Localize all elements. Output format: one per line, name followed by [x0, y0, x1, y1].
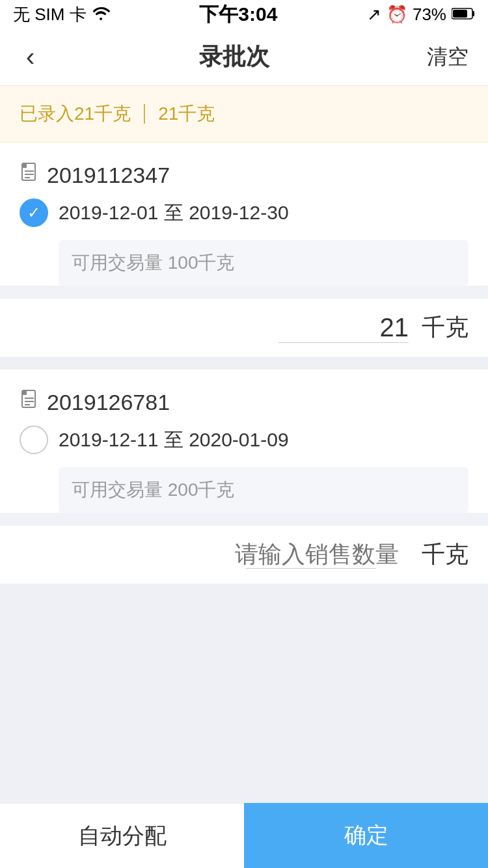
batch-id-2: 2019126781 — [47, 390, 170, 415]
auto-distribute-button[interactable]: 自动分配 — [0, 803, 244, 868]
status-bar: 无 SIM 卡 下午3:04 ↗ ⏰ 73% — [0, 0, 488, 29]
available-qty-text-1: 可用交易量 100千克 — [72, 252, 235, 273]
clock-icon: ⏰ — [386, 5, 407, 25]
batch-id-1: 2019112347 — [47, 163, 170, 188]
no-sim-text: 无 SIM 卡 — [13, 3, 87, 26]
recorded-text: 已录入21千克 — [20, 102, 131, 126]
summary-bar: 已录入21千克 21千克 — [0, 86, 488, 142]
summary-divider — [144, 104, 145, 124]
clear-button[interactable]: 清空 — [427, 43, 468, 72]
batch-date-2: 2019-12-11 至 2020-01-09 — [59, 427, 289, 454]
radio-2[interactable] — [20, 426, 48, 454]
batch-header-2: 2019126781 — [20, 389, 468, 415]
batch-card-1: 2019112347 ✓ 2019-12-01 至 2019-12-30 可用交… — [0, 142, 488, 286]
svg-rect-2 — [453, 10, 467, 18]
bottom-bar: 自动分配 确定 — [0, 803, 488, 868]
qty-input-row-1: 21 千克 — [20, 299, 468, 357]
status-time: 下午3:04 — [199, 1, 277, 28]
wifi-icon — [92, 5, 110, 25]
radio-1[interactable]: ✓ — [20, 198, 48, 227]
batch-date-row-2[interactable]: 2019-12-11 至 2020-01-09 — [20, 426, 468, 454]
input-divider-1 — [278, 342, 409, 343]
doc-icon-1 — [20, 162, 40, 188]
svg-rect-1 — [472, 11, 474, 16]
status-right: ↗ ⏰ 73% — [367, 5, 475, 25]
qty-unit-1: 千克 — [422, 312, 468, 344]
back-button[interactable]: ‹ — [20, 36, 41, 78]
qty-input-wrapper-1: 21 — [278, 313, 409, 343]
location-icon: ↗ — [367, 5, 381, 25]
qty-row-wrapper-1: 21 千克 — [0, 299, 488, 357]
batch-card-2: 2019126781 2019-12-11 至 2020-01-09 可用交易量… — [0, 370, 488, 513]
nav-bar: ‹ 录批次 清空 — [0, 29, 488, 86]
input-divider-2 — [246, 568, 376, 569]
doc-icon-2 — [20, 389, 40, 415]
svg-rect-4 — [22, 163, 27, 168]
batch-header-1: 2019112347 — [20, 162, 468, 188]
qty-unit-2: 千克 — [422, 539, 468, 571]
card-separator — [0, 357, 488, 370]
confirm-button[interactable]: 确定 — [244, 803, 488, 868]
batch-date-row-1[interactable]: ✓ 2019-12-01 至 2019-12-30 — [20, 198, 468, 227]
total-text: 21千克 — [158, 102, 215, 126]
qty-row-wrapper-2: 千克 — [0, 526, 488, 584]
battery-icon — [452, 5, 475, 25]
available-qty-box-2: 可用交易量 200千克 — [59, 467, 468, 513]
qty-input-wrapper-2 — [213, 541, 409, 569]
check-icon-1: ✓ — [27, 204, 40, 222]
available-qty-box-1: 可用交易量 100千克 — [59, 240, 468, 286]
qty-value-1[interactable]: 21 — [380, 313, 409, 342]
available-qty-text-2: 可用交易量 200千克 — [72, 480, 235, 500]
status-left: 无 SIM 卡 — [13, 3, 110, 26]
svg-rect-9 — [22, 390, 27, 395]
page-title: 录批次 — [199, 41, 269, 73]
batch-date-1: 2019-12-01 至 2019-12-30 — [59, 200, 289, 226]
qty-input-2[interactable] — [213, 541, 409, 568]
battery-text: 73% — [413, 5, 446, 25]
qty-input-row-2: 千克 — [20, 526, 468, 584]
